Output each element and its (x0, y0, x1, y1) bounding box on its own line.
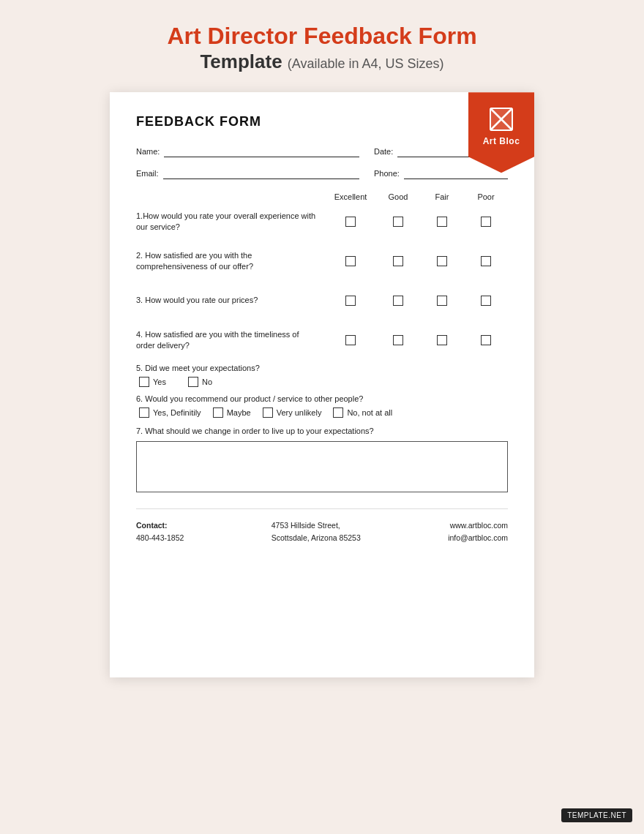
q5-no-checkbox[interactable] (188, 377, 198, 387)
form-card: Art Bloc FEEDBACK FORM Name: Date: Email… (110, 92, 534, 677)
rating-header: Excellent Good Fair Poor (136, 192, 508, 201)
q1-poor[interactable] (464, 217, 508, 227)
form-footer: Contact: 480-443-1852 4753 Hillside Stre… (136, 508, 508, 544)
q3-excellent[interactable] (325, 296, 376, 306)
q1-good[interactable] (376, 217, 420, 227)
q6-maybe-label: Maybe (227, 408, 251, 417)
q5-no-label: No (202, 377, 212, 386)
form-heading: FEEDBACK FORM (136, 114, 508, 129)
footer-website: www.artbloc.com (450, 521, 508, 530)
name-field: Name: (136, 146, 359, 157)
rating-section: Excellent Good Fair Poor 1.How would you… (136, 192, 508, 356)
template-badge: TEMPLATE.NET (561, 808, 632, 822)
q6-no-not-all-label: No, not at all (347, 408, 392, 417)
email-field: Email: (136, 168, 359, 179)
name-line (164, 146, 359, 157)
rating-row-q2: 2. How satisfied are you with the compre… (136, 245, 508, 277)
header-poor: Poor (464, 192, 508, 201)
q3-text: 3. How would you rate our prices? (136, 295, 325, 306)
footer-web: www.artbloc.com info@artbloc.com (448, 519, 508, 544)
header-good: Good (376, 192, 420, 201)
logo-text: Art Bloc (483, 136, 520, 146)
q5-section: 5. Did we meet your expectations? Yes No (136, 364, 508, 387)
rating-row-q1: 1.How would you rate your overall experi… (136, 206, 508, 238)
header-fair: Fair (420, 192, 464, 201)
sub-title: Template (Available in A4, US Sizes) (167, 50, 476, 75)
footer-phone: 480-443-1852 (136, 533, 184, 542)
header-excellent: Excellent (325, 192, 376, 201)
q4-good[interactable] (376, 335, 420, 345)
q6-no-not-all-checkbox[interactable] (333, 407, 343, 418)
q5-question: 5. Did we meet your expectations? (136, 364, 508, 372)
q4-excellent[interactable] (325, 335, 376, 345)
name-date-row: Name: Date: (136, 146, 508, 157)
q5-yes[interactable]: Yes (139, 377, 166, 387)
q6-maybe[interactable]: Maybe (213, 407, 251, 418)
page-title-block: Art Director Feedback Form Template (Ava… (167, 22, 476, 75)
main-title: Art Director Feedback Form (167, 22, 476, 50)
q6-yes-def[interactable]: Yes, Definitily (139, 407, 201, 418)
phone-field: Phone: (374, 168, 508, 179)
q4-fair[interactable] (420, 335, 464, 345)
q1-fair[interactable] (420, 217, 464, 227)
rating-row-q4: 4. How satisfied are you with the timeli… (136, 324, 508, 356)
rating-row-q3: 3. How would you rate our prices? (136, 285, 508, 317)
footer-address: 4753 Hillside Street, Scottsdale, Arizon… (272, 519, 361, 544)
footer-contact: Contact: 480-443-1852 (136, 519, 184, 544)
q1-excellent[interactable] (325, 217, 376, 227)
phone-line (404, 168, 508, 179)
q7-textarea[interactable] (136, 441, 508, 492)
q2-fair[interactable] (420, 256, 464, 266)
q4-text: 4. How satisfied are you with the timeli… (136, 329, 325, 352)
q6-section: 6. Would you recommend our product / ser… (136, 394, 508, 418)
q6-options: Yes, Definitily Maybe Very unlikely No, … (139, 407, 508, 418)
footer-email: info@artbloc.com (448, 533, 508, 542)
q4-poor[interactable] (464, 335, 508, 345)
q3-good[interactable] (376, 296, 420, 306)
q7-section: 7. What should we change in order to liv… (136, 427, 508, 495)
q6-maybe-checkbox[interactable] (213, 407, 223, 418)
q5-options: Yes No (139, 377, 508, 387)
q2-poor[interactable] (464, 256, 508, 266)
q3-poor[interactable] (464, 296, 508, 306)
q6-yes-def-checkbox[interactable] (139, 407, 149, 418)
footer-address-line1: 4753 Hillside Street, (272, 521, 340, 530)
q5-no[interactable]: No (188, 377, 212, 387)
q2-excellent[interactable] (325, 256, 376, 266)
logo-icon (487, 105, 515, 133)
q6-very-unlikely-checkbox[interactable] (263, 407, 273, 418)
logo-badge: Art Bloc (468, 92, 534, 173)
q1-text: 1.How would you rate your overall experi… (136, 211, 325, 233)
q7-question: 7. What should we change in order to liv… (136, 427, 508, 435)
footer-contact-label: Contact: (136, 521, 168, 530)
email-phone-row: Email: Phone: (136, 168, 508, 179)
footer-address-line2: Scottsdale, Arizona 85253 (272, 533, 361, 542)
q6-yes-def-label: Yes, Definitily (153, 408, 201, 417)
q2-text: 2. How satisfied are you with the compre… (136, 250, 325, 273)
q6-question: 6. Would you recommend our product / ser… (136, 394, 508, 403)
q6-very-unlikely-label: Very unlikely (277, 408, 322, 417)
q2-good[interactable] (376, 256, 420, 266)
q6-no-not-all[interactable]: No, not at all (333, 407, 392, 418)
q3-fair[interactable] (420, 296, 464, 306)
email-line (163, 168, 359, 179)
q5-yes-checkbox[interactable] (139, 377, 149, 387)
q6-very-unlikely[interactable]: Very unlikely (263, 407, 322, 418)
q5-yes-label: Yes (153, 377, 166, 386)
